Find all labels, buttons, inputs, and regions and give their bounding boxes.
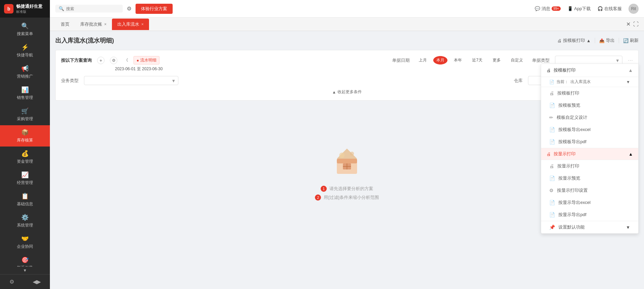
template-custom-label: 模板自定义设计	[557, 114, 587, 121]
trial-btn[interactable]: 体验行业方案	[136, 4, 173, 14]
design-icon: ✏	[549, 115, 553, 120]
collapse-sidebar-icon[interactable]: ◀▶	[33, 279, 41, 285]
dropdown-template-custom[interactable]: ✏ 模板自定义设计	[541, 111, 638, 124]
date-current-year[interactable]: 本年	[450, 56, 466, 64]
online-service-btn[interactable]: 🎧 在线客服	[597, 6, 622, 12]
dropdown-template-preview[interactable]: 📄 按模板预览	[541, 99, 638, 111]
dropdown-display-export-excel[interactable]: 📄 按显示导出excel	[541, 196, 638, 209]
date-last-month[interactable]: 上月	[415, 56, 431, 64]
gear-icon[interactable]: ⚙	[127, 5, 131, 12]
collapse-icon: ▲	[332, 90, 336, 95]
main-area: 🔍 ⚙ 体验行业方案 💬 消息 99+ 📱 App下载 🎧 在线客服 Rit	[50, 0, 644, 289]
empty-step-2-text: 用[过滤]条件来缩小分析范围	[324, 194, 379, 201]
dropdown-display-preview[interactable]: 📄 按显示预览	[541, 172, 638, 184]
marketing-icon: 📢	[21, 65, 29, 72]
display-section-chevron-icon[interactable]: ▲	[628, 152, 633, 157]
export-btn[interactable]: 📤 导出	[599, 37, 615, 44]
refresh-btn[interactable]: 🔄 刷新	[623, 37, 639, 44]
sidebar-item-marketing[interactable]: 📢营销推广	[0, 61, 50, 83]
dropdown-display-section-header[interactable]: 🖨 按显示打印 ▲	[541, 148, 638, 160]
sidebar-label-shortcut: 快捷导航	[17, 52, 33, 58]
dropdown-display-print-settings[interactable]: ⚙ 按显示打印设置	[541, 184, 638, 196]
refresh-label: 刷新	[630, 37, 639, 44]
search-input[interactable]	[66, 6, 113, 11]
type-more-icon[interactable]: ···	[628, 57, 633, 64]
print-template-btn[interactable]: 🖨 按模板打印 ▲	[557, 37, 591, 44]
set-default-icon: 📌	[549, 225, 555, 230]
dropdown-template-print[interactable]: 🖨 按模板打印	[541, 87, 638, 99]
sidebar-item-finance[interactable]: 💰资金管理	[0, 147, 50, 168]
date-custom[interactable]: 自定义	[507, 56, 527, 64]
set-default-label: 设置默认功能	[558, 224, 585, 230]
current-chevron-icon[interactable]: ▼	[626, 80, 630, 84]
sidebar-footer: ⚙ ◀▶	[0, 274, 50, 289]
filter-tag[interactable]: ● 流水明细	[134, 56, 159, 64]
tab-batch-account-label: 库存批次账	[80, 21, 102, 27]
display-print-settings-label: 按显示打印设置	[557, 187, 588, 193]
biz-type-select[interactable]	[84, 76, 178, 85]
online-service-label: 在线客服	[604, 6, 622, 12]
app-edition: 标准版	[16, 9, 42, 14]
dropdown-header: 🖨 按模板打印 ▲	[541, 64, 638, 77]
dropdown-template-export-excel[interactable]: 📄 按模板导出excel	[541, 124, 638, 136]
dropdown-display-export-pdf[interactable]: 📄 按显示导出pdf	[541, 209, 638, 221]
sidebar-item-purchase[interactable]: 🛒采购管理	[0, 104, 50, 125]
sidebar-scroll-down[interactable]: ▼	[0, 267, 50, 274]
sidebar-item-operations[interactable]: 📈经营管理	[0, 168, 50, 189]
app-download-btn[interactable]: 📱 App下载	[567, 6, 591, 12]
date-current-month[interactable]: 本月	[433, 56, 447, 64]
sidebar-logo: b 畅捷通好生意 标准版	[0, 0, 50, 18]
sales-icon: 📊	[21, 86, 29, 94]
display-preview-icon: 📄	[549, 176, 555, 181]
sidebar-item-sales[interactable]: 📊销售管理	[0, 83, 50, 104]
filter-expand-btn[interactable]: 《	[124, 57, 128, 63]
tab-inout-flow[interactable]: 出入库流水 ×	[112, 19, 149, 30]
sidebar-item-cooperation[interactable]: 🤝企业协同	[0, 232, 50, 253]
dropdown-printer-icon: 🖨	[547, 68, 551, 73]
filter-config-btn[interactable]: ⚙	[110, 57, 117, 64]
sidebar-item-shortcut[interactable]: ⚡快捷导航	[0, 40, 50, 61]
display-settings-icon: ⚙	[549, 188, 554, 193]
system-icon: ⚙️	[21, 214, 29, 221]
date-more[interactable]: 更多	[489, 56, 504, 64]
sidebar-label-inventory: 库存核算	[17, 137, 33, 143]
user-avatar-btn[interactable]: Rit	[628, 4, 639, 14]
sidebar-label-marketing: 营销推广	[17, 74, 33, 79]
dropdown-display-print[interactable]: 🖨 按显示打印	[541, 160, 638, 172]
guide-icon: 🎯	[21, 256, 29, 264]
sidebar-item-search[interactable]: 🔍搜索菜单	[0, 19, 50, 40]
dropdown-panel: 🖨 按模板打印 ▲ 📄 当前： 出入库流水 ▼ 🖨 按模板打印 📄	[541, 63, 639, 234]
sidebar-item-inventory[interactable]: 📦库存核算	[0, 125, 50, 147]
page-content: 出入库流水(流水明细) 🖨 按模板打印 ▲ 📤 导出 🔄 刷新	[50, 31, 644, 289]
dropdown-template-export-pdf[interactable]: 📄 按模板导出pdf	[541, 136, 638, 148]
dropdown-set-default[interactable]: 📌 设置默认功能 ▼	[541, 221, 638, 233]
message-label: 消息	[541, 6, 550, 12]
headset-icon: 🎧	[597, 6, 603, 11]
operations-icon: 📈	[21, 171, 29, 179]
sidebar-label-finance: 资金管理	[17, 159, 33, 164]
logo-icon: b	[4, 4, 13, 14]
page-header: 出入库流水(流水明细) 🖨 按模板打印 ▲ 📤 导出 🔄 刷新	[55, 36, 639, 45]
window-expand-icon[interactable]: ⛶	[633, 21, 639, 27]
sidebar-label-cooperation: 企业协同	[17, 244, 33, 249]
sidebar-item-system[interactable]: ⚙️系统管理	[0, 210, 50, 232]
date-last-7days[interactable]: 近7天	[468, 56, 486, 64]
messages-btn[interactable]: 💬 消息 99+	[535, 6, 561, 12]
topbar-search-box[interactable]: 🔍	[55, 5, 123, 12]
dropdown-collapse-icon[interactable]: ▲	[628, 68, 633, 73]
settings-icon[interactable]: ⚙	[9, 279, 14, 285]
search-icon: 🔍	[21, 22, 29, 30]
filter-label: 按以下方案查询	[61, 57, 92, 63]
topbar-right: 💬 消息 99+ 📱 App下载 🎧 在线客服 Rit	[535, 4, 639, 14]
sidebar-item-basics[interactable]: 📋基础信息	[0, 189, 50, 210]
tab-inout-flow-label: 出入库流水	[117, 21, 139, 27]
empty-step-2: 2 用[过滤]条件来缩小分析范围	[315, 194, 379, 201]
window-close-icon[interactable]: ✕	[626, 21, 631, 27]
tab-batch-account-close[interactable]: ×	[104, 22, 107, 27]
sidebar-item-guide[interactable]: 🎯新手引导	[0, 253, 50, 267]
tab-inout-flow-close[interactable]: ×	[141, 22, 144, 27]
filter-add-btn[interactable]: +	[97, 57, 105, 64]
tab-home[interactable]: 首页	[55, 19, 75, 30]
sidebar-label-purchase: 采购管理	[17, 116, 33, 122]
tab-batch-account[interactable]: 库存批次账 ×	[75, 19, 112, 30]
